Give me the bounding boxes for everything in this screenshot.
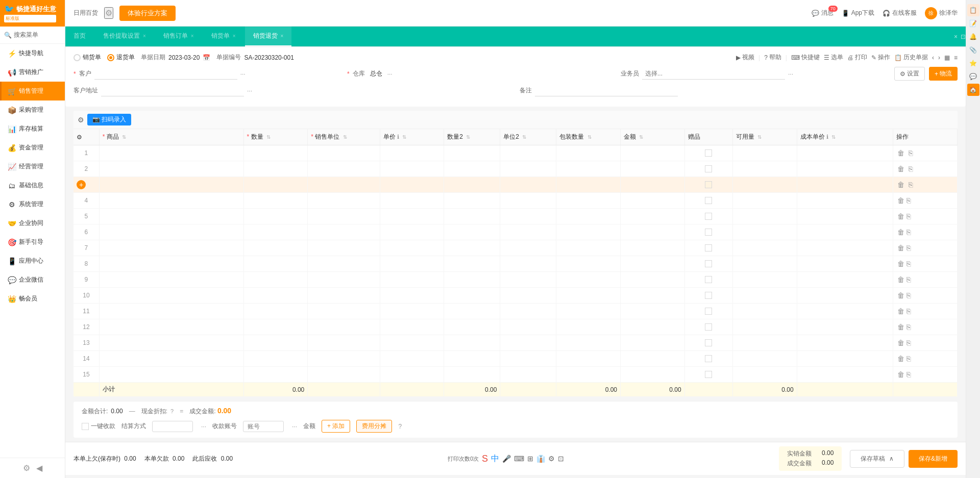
copy-row-2-btn[interactable]: ⎘ — [908, 164, 914, 174]
sidebar-item-member[interactable]: 👑 畅会员 — [0, 289, 65, 308]
header-settings-icon[interactable]: ⚙ — [104, 7, 113, 19]
td-gift-1[interactable] — [684, 145, 732, 161]
copy-row-1-btn[interactable]: ⎘ — [908, 148, 914, 158]
right-panel-btn-6[interactable]: 💬 — [967, 70, 979, 83]
print-action[interactable]: 🖨 打印 — [847, 53, 867, 62]
expense-split-btn[interactable]: 费用分摊 — [356, 420, 392, 433]
settlement-input[interactable] — [152, 421, 193, 432]
copy-row-btn[interactable]: ⎘ — [905, 243, 912, 253]
td-available-1[interactable] — [732, 145, 797, 161]
td-goods-1[interactable] — [99, 145, 243, 161]
delete-row-1-btn[interactable]: 🗑 — [896, 148, 905, 158]
sidebar-item-system[interactable]: ⚙ 系统管理 — [0, 195, 65, 214]
sidebar-item-inventory[interactable]: 📊 库存核算 — [0, 119, 65, 138]
tab-sales-price[interactable]: 售价提取设置 × — [95, 27, 154, 46]
copy-row-btn[interactable]: ⎘ — [905, 227, 912, 237]
td-cost-2[interactable] — [797, 161, 893, 177]
online-service-btn[interactable]: 🎧 在线客服 — [883, 9, 917, 17]
radio-delivery[interactable]: 销货单 — [74, 53, 101, 62]
delete-row-btn[interactable]: 🗑 — [896, 369, 905, 380]
td-price-2[interactable] — [380, 161, 444, 177]
td-gift-3[interactable] — [684, 177, 732, 193]
delete-row-btn[interactable]: 🗑 — [896, 354, 905, 364]
right-panel-btn-2[interactable]: 📝 — [967, 17, 979, 30]
address-dots[interactable]: ··· — [247, 87, 252, 94]
view-mode2-btn[interactable]: ≡ — [954, 54, 958, 61]
sidebar-item-wechat[interactable]: 💬 企业微信 — [0, 270, 65, 289]
td-gift-2[interactable] — [684, 161, 732, 177]
gift-checkbox-2[interactable] — [705, 165, 712, 172]
tab-close-all-icon[interactable]: × — [954, 33, 958, 40]
copy-row-btn[interactable]: ⎘ — [905, 195, 912, 206]
warehouse-dots[interactable]: ··· — [387, 70, 393, 78]
tab-sales-delivery[interactable]: 销货单 × — [203, 27, 244, 46]
sidebar-collapse-icon[interactable]: ◀ — [36, 463, 42, 473]
right-panel-btn-4[interactable]: 📎 — [967, 44, 979, 56]
add-payment-btn[interactable]: + 添加 — [322, 420, 350, 433]
td-qty2-3[interactable] — [444, 177, 500, 193]
td-goods-3[interactable] — [99, 177, 243, 193]
goods-input-1[interactable] — [103, 149, 240, 157]
settlement-dots[interactable]: ··· — [201, 423, 206, 430]
delete-row-btn[interactable]: 🗑 — [896, 259, 905, 269]
delete-row-btn[interactable]: 🗑 — [896, 290, 905, 300]
table-settings-icon[interactable]: ⚙ — [78, 116, 84, 124]
help-action[interactable]: ? 帮助 — [764, 53, 781, 62]
select-action[interactable]: ☰ 选单 — [824, 53, 843, 62]
video-action[interactable]: ▶ 视频 — [736, 53, 754, 62]
save-new-btn[interactable]: 保存&新增 — [909, 450, 958, 468]
td-pack-1[interactable] — [556, 145, 621, 161]
right-panel-btn-3[interactable]: 🔔 — [967, 31, 979, 43]
customer-input[interactable] — [94, 68, 237, 80]
td-qty-2[interactable] — [243, 161, 308, 177]
tab-sales-delivery-close[interactable]: × — [233, 33, 236, 39]
view-mode1-btn[interactable]: ▦ — [944, 54, 950, 61]
delete-row-3-btn[interactable]: 🗑 — [896, 180, 905, 190]
delete-row-btn[interactable]: 🗑 — [896, 211, 905, 221]
delete-row-btn[interactable]: 🗑 — [896, 274, 905, 285]
td-available-3[interactable] — [732, 177, 797, 193]
td-available-2[interactable] — [732, 161, 797, 177]
account-dots[interactable]: ··· — [292, 423, 297, 430]
td-pack-3[interactable] — [556, 177, 621, 193]
message-btn[interactable]: 💬 消息 70 — [812, 9, 834, 17]
sidebar-item-quick-nav[interactable]: ⚡ 快捷导航 — [0, 44, 65, 63]
td-unit2-1[interactable] — [500, 145, 556, 161]
tab-sales-price-close[interactable]: × — [143, 33, 146, 39]
sidebar-item-basics[interactable]: 🗂 基础信息 — [0, 176, 65, 195]
copy-row-btn[interactable]: ⎘ — [905, 338, 912, 348]
sidebar-item-purchase[interactable]: 📦 采购管理 — [0, 100, 65, 119]
td-price-1[interactable] — [380, 145, 444, 161]
copy-row-btn[interactable]: ⎘ — [905, 290, 912, 300]
barcode-scan-btn[interactable]: 📷 扫码录入 — [87, 114, 131, 125]
calendar-icon[interactable]: 📅 — [203, 54, 210, 61]
delete-row-btn[interactable]: 🗑 — [896, 338, 905, 348]
one-click-pay-checkbox[interactable]: 一键收款 — [82, 422, 115, 431]
save-draft-btn[interactable]: 保存草稿 ∧ — [850, 450, 904, 468]
delete-row-btn[interactable]: 🗑 — [896, 306, 905, 316]
sidebar-item-appstore[interactable]: 📱 应用中心 — [0, 251, 65, 270]
td-amount-1[interactable] — [621, 145, 685, 161]
account-input[interactable] — [243, 421, 284, 432]
sidebar-item-sales[interactable]: 🛒 销售管理 — [0, 82, 65, 100]
copy-row-btn[interactable]: ⎘ — [905, 259, 912, 269]
td-sales-unit-1[interactable] — [308, 145, 380, 161]
operate-action[interactable]: ✎ 操作 — [871, 53, 890, 62]
td-qty-1[interactable] — [243, 145, 308, 161]
copy-row-btn[interactable]: ⎘ — [905, 306, 912, 316]
sidebar-item-operations[interactable]: 📈 经营管理 — [0, 157, 65, 176]
td-qty2-1[interactable] — [444, 145, 500, 161]
address-input[interactable] — [101, 85, 244, 96]
remark-input[interactable] — [535, 85, 678, 96]
salesperson-dots[interactable]: ··· — [788, 70, 793, 78]
tab-sales-order-close[interactable]: × — [191, 33, 194, 39]
copy-row-btn[interactable]: ⎘ — [905, 274, 912, 285]
add-row-cell[interactable]: + — [74, 177, 99, 193]
radio-return[interactable]: 退货单 — [107, 53, 135, 62]
copy-row-3-btn[interactable]: ⎘ — [908, 180, 914, 190]
sidebar-item-newbie[interactable]: 🎯 新手引导 — [0, 233, 65, 251]
app-download-btn[interactable]: 📱 App下载 — [842, 9, 874, 17]
try-solution-button[interactable]: 体验行业方案 — [119, 6, 176, 21]
sidebar-item-marketing[interactable]: 📢 营销推广 — [0, 63, 65, 82]
add-row-btn[interactable]: + — [77, 180, 86, 189]
